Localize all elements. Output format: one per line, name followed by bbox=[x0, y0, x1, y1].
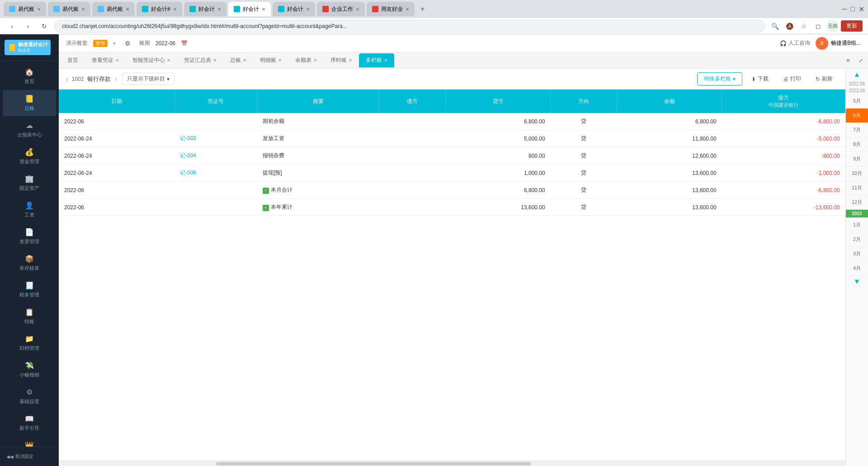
month-6[interactable]: 6月 bbox=[846, 108, 868, 123]
filter-dropdown[interactable]: 只显示下级科目 ▾ bbox=[122, 73, 175, 85]
consult-button[interactable]: 🎧 人工咨询 bbox=[780, 39, 810, 47]
voucher-link-2[interactable]: 记-004 bbox=[180, 152, 196, 159]
sidebar-item-closing[interactable]: 📋 结账 bbox=[3, 303, 56, 329]
month-1-2023[interactable]: 1月 bbox=[846, 218, 868, 232]
tab-voucher-view[interactable]: 查看凭证 ✕ bbox=[85, 53, 126, 67]
month-8[interactable]: 8月 bbox=[846, 137, 868, 152]
calendar-icon[interactable]: 📅 bbox=[181, 40, 188, 47]
tab-balance-close[interactable]: ✕ bbox=[313, 58, 317, 63]
next-account-button[interactable]: › bbox=[114, 75, 117, 83]
sidebar-item-ledger[interactable]: 📒 总账 bbox=[3, 90, 56, 116]
bookmark-icon[interactable]: ☆ bbox=[797, 20, 810, 33]
sidebar-item-inventory[interactable]: 📦 库存核算 bbox=[3, 250, 56, 276]
month-10[interactable]: 10月 bbox=[846, 166, 868, 181]
month-scroll-up-button[interactable]: ▲ bbox=[846, 69, 868, 80]
incognito-icon[interactable]: 🔕 bbox=[783, 20, 796, 33]
tab-voucher-view-close[interactable]: ✕ bbox=[115, 58, 119, 63]
tab-close-4[interactable]: ✕ bbox=[173, 7, 177, 12]
close-window-button[interactable]: ✕ bbox=[859, 5, 864, 14]
sidebar-item-invoice[interactable]: 📄 发票管理 bbox=[3, 223, 56, 249]
tab-close-6[interactable]: ✕ bbox=[262, 7, 265, 12]
tab-home[interactable]: 首页 bbox=[61, 53, 85, 67]
sidebar-item-payroll[interactable]: 👤 工资 bbox=[3, 197, 56, 223]
month-2-2023[interactable]: 2月 bbox=[846, 232, 868, 247]
tab-chronological[interactable]: 序时账 ✕ bbox=[324, 53, 359, 67]
forward-button[interactable]: › bbox=[22, 20, 34, 33]
sidebar-item-assets[interactable]: 🏢 固定资产 bbox=[3, 170, 56, 196]
browser-tab-3[interactable]: 易代账 ✕ bbox=[92, 2, 135, 16]
tab-close-9[interactable]: ✕ bbox=[406, 7, 409, 12]
month-11[interactable]: 11月 bbox=[846, 181, 868, 195]
tab-balance[interactable]: 余额表 ✕ bbox=[288, 53, 324, 67]
tab-general-ledger-close[interactable]: ✕ bbox=[243, 58, 246, 63]
collapse-panel-button[interactable]: ✕ bbox=[843, 55, 854, 66]
cell-voucher-3[interactable]: 记-006 bbox=[175, 165, 257, 182]
month-9[interactable]: 9月 bbox=[846, 152, 868, 166]
tab-detail-ledger[interactable]: 明细账 ✕ bbox=[253, 53, 288, 67]
tab-multi-column[interactable]: 多栏账 ✕ bbox=[359, 53, 394, 67]
sidebar-item-guide[interactable]: 📖 新手引导 bbox=[3, 410, 56, 436]
browser-tab-7[interactable]: 好会计 ✕ bbox=[273, 2, 315, 16]
month-7[interactable]: 7月 bbox=[846, 123, 868, 137]
tab-close-1[interactable]: ✕ bbox=[37, 7, 41, 12]
horizontal-scrollbar[interactable] bbox=[59, 461, 845, 466]
settings-gear-icon[interactable]: ⚙ bbox=[121, 37, 134, 50]
tab-voucher-summary[interactable]: 凭证汇总表 ✕ bbox=[177, 53, 223, 67]
dropdown-arrow[interactable]: ▾ bbox=[113, 40, 116, 47]
sidebar-item-tax[interactable]: 🧾 税务管理 bbox=[3, 277, 56, 303]
cell-voucher-1[interactable]: 记-002 bbox=[175, 130, 257, 147]
tab-chronological-close[interactable]: ✕ bbox=[349, 58, 352, 63]
month-scroll-down-button[interactable]: ▼ bbox=[846, 276, 868, 287]
sidebar-item-settings[interactable]: ⚙ 基础设置 bbox=[3, 383, 56, 410]
refresh-button[interactable]: ↻ 刷新 bbox=[810, 73, 838, 85]
download-button[interactable]: ⬇ 下载 bbox=[746, 73, 774, 85]
sidebar-item-expense[interactable]: 💸 小畅报销 bbox=[3, 357, 56, 383]
browser-tab-5[interactable]: 好会计 ✕ bbox=[184, 2, 226, 16]
search-icon[interactable]: 🔍 bbox=[769, 20, 781, 33]
extensions-icon[interactable]: ◻ bbox=[812, 20, 825, 33]
voucher-link-3[interactable]: 记-006 bbox=[180, 169, 196, 176]
month-4-2023[interactable]: 4月 bbox=[846, 261, 868, 276]
sidebar-item-reports[interactable]: ☁ 云报表中心 bbox=[3, 117, 56, 143]
back-button[interactable]: ‹ bbox=[5, 20, 18, 33]
maximize-button[interactable]: □ bbox=[850, 5, 855, 13]
month-5[interactable]: 5月 bbox=[846, 94, 868, 108]
new-tab-button[interactable]: + bbox=[416, 3, 429, 15]
expand-panel-button[interactable]: ⤢ bbox=[855, 55, 866, 66]
scrollbar-thumb[interactable] bbox=[216, 462, 531, 466]
update-button[interactable]: 更新 bbox=[841, 20, 863, 32]
profile-icon[interactable]: 无痕 bbox=[826, 20, 839, 33]
sidebar-item-member[interactable]: 👑 畅会员 bbox=[3, 437, 56, 447]
cell-voucher-2[interactable]: 记-004 bbox=[175, 147, 257, 165]
browser-tab-8[interactable]: 企业工作 ✕ bbox=[317, 2, 365, 16]
browser-tab-2[interactable]: 易代账 ✕ bbox=[48, 2, 90, 16]
tab-voucher-summary-close[interactable]: ✕ bbox=[213, 58, 217, 63]
tab-close-3[interactable]: ✕ bbox=[126, 7, 129, 12]
special-multi-col-button[interactable]: 特殊多栏账 ▾ bbox=[697, 72, 742, 85]
reload-button[interactable]: ↻ bbox=[38, 20, 51, 33]
month-12[interactable]: 12月 bbox=[846, 195, 868, 210]
browser-tab-4[interactable]: 好会计# ✕ bbox=[137, 2, 182, 16]
sidebar-item-funds[interactable]: 💰 资金管理 bbox=[3, 143, 56, 169]
tab-close-8[interactable]: ✕ bbox=[356, 7, 359, 12]
address-input[interactable] bbox=[54, 20, 765, 33]
tab-close-5[interactable]: ✕ bbox=[217, 7, 221, 12]
tab-smart-voucher-close[interactable]: ✕ bbox=[167, 58, 170, 63]
minimize-button[interactable]: ─ bbox=[842, 5, 847, 13]
unpin-button[interactable]: ◀◀ 取消固定 bbox=[4, 451, 55, 462]
tab-general-ledger[interactable]: 总账 ✕ bbox=[223, 53, 253, 67]
tab-close-7[interactable]: ✕ bbox=[306, 7, 310, 12]
prev-account-button[interactable]: ‹ bbox=[66, 75, 68, 83]
sidebar-item-home[interactable]: 🏠 首页 bbox=[3, 63, 56, 89]
tab-smart-voucher[interactable]: 智能凭证中心 ✕ bbox=[126, 53, 177, 67]
tab-close-2[interactable]: ✕ bbox=[81, 7, 85, 12]
voucher-link-1[interactable]: 记-002 bbox=[180, 135, 196, 141]
browser-tab-6[interactable]: 好会计 ✕ bbox=[228, 2, 271, 16]
tab-multi-column-close[interactable]: ✕ bbox=[384, 58, 387, 63]
browser-tab-1[interactable]: 易代账 ✕ bbox=[4, 2, 46, 16]
browser-tab-9[interactable]: 用友好业 ✕ bbox=[367, 2, 415, 16]
tab-detail-ledger-close[interactable]: ✕ bbox=[278, 58, 282, 63]
sidebar-item-archive[interactable]: 📁 归档管理 bbox=[3, 330, 56, 356]
print-button[interactable]: 🖨 打印 bbox=[778, 73, 807, 85]
month-3-2023[interactable]: 3月 bbox=[846, 247, 868, 261]
